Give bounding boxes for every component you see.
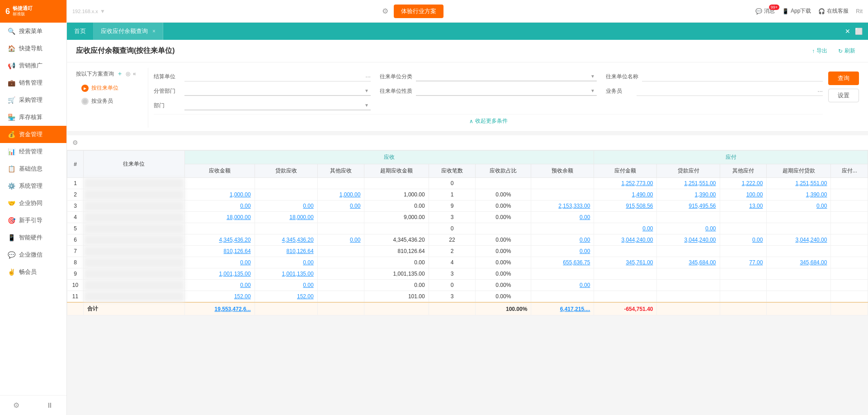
table-cell[interactable]: 152.00 (255, 291, 317, 303)
table-cell[interactable]: 915,508.56 (594, 200, 657, 212)
export-button[interactable]: ↑ 导出 (808, 45, 831, 57)
table-cell[interactable]: 0.00 (255, 200, 317, 212)
notification-item[interactable]: 💬 消息 99+ (755, 7, 775, 15)
table-cell[interactable]: 1,001,135.00 (255, 268, 317, 280)
table-cell[interactable]: 18,000.00 (184, 212, 255, 223)
filter-by-salesman[interactable]: 按业务员 (76, 95, 142, 108)
filter-scheme-icon[interactable]: ◎ (126, 71, 130, 77)
department-select[interactable] (184, 100, 371, 110)
table-cell[interactable]: 1,001,135.00 (184, 268, 255, 280)
table-cell[interactable]: 345,684.00 (657, 257, 720, 268)
sidebar-item-operations[interactable]: 📊 经营管理 (0, 143, 66, 160)
sidebar-item-basic-info[interactable]: 📋 基础信息 (0, 160, 66, 177)
table-cell[interactable]: 0.00 (767, 200, 831, 212)
table-cell[interactable]: 0.00 (317, 200, 364, 212)
app-download-item[interactable]: 📱 App下载 (782, 7, 811, 15)
table-cell[interactable]: 1,390.00 (767, 189, 831, 200)
table-cell[interactable]: 4,345,436.20 (255, 234, 317, 246)
query-button[interactable]: 查询 (828, 72, 859, 85)
table-cell[interactable]: 0.00 (531, 246, 594, 257)
table-cell[interactable]: 0.00 (317, 234, 364, 246)
table-cell[interactable]: 0.00 (531, 234, 594, 246)
table-cell[interactable]: 1,251,551.00 (657, 178, 720, 189)
tab-ar-ap-query[interactable]: 应收应付余额查询 × (94, 23, 163, 40)
sidebar-item-system[interactable]: ⚙️ 系统管理 (0, 177, 66, 195)
table-cell[interactable]: 152.00 (184, 291, 255, 303)
table-cell[interactable]: 1,490.00 (594, 189, 657, 200)
table-cell[interactable]: 0.00 (184, 257, 255, 268)
table-cell[interactable]: 1,390.00 (657, 189, 720, 200)
sidebar-collapse-btn[interactable]: ⏸ (42, 400, 57, 411)
sidebar-item-finance[interactable]: 💰 资金管理 (0, 126, 66, 143)
sidebar-item-sales[interactable]: 💼 销售管理 (0, 74, 66, 91)
table-cell[interactable]: 810,126.64 (255, 246, 317, 257)
table-cell[interactable]: 1,251,551.00 (767, 178, 831, 189)
table-cell[interactable]: 1,252,773.00 (594, 178, 657, 189)
salesman-dots[interactable]: ··· (817, 87, 823, 95)
refresh-button[interactable]: ↻ 刷新 (835, 45, 859, 57)
table-cell[interactable]: 915,495.56 (657, 200, 720, 212)
footer-ar-prepay[interactable]: 6,417,215.... (531, 302, 594, 315)
settlement-unit-input[interactable] (184, 72, 365, 81)
sidebar-item-vip[interactable]: ✌️ 畅会员 (0, 263, 66, 281)
customer-category-select[interactable] (416, 72, 597, 81)
tab-close-icon[interactable]: × (152, 28, 156, 34)
sidebar-item-cooperation[interactable]: 🤝 企业协同 (0, 195, 66, 212)
table-cell[interactable]: 77.00 (720, 257, 767, 268)
table-cell[interactable]: 1,000.00 (317, 189, 364, 200)
footer-ar-amount[interactable]: 19,553,472,6... (184, 302, 255, 315)
sidebar-item-search[interactable]: 🔍 搜索菜单 (0, 23, 66, 40)
table-cell[interactable]: 3,044,240.00 (657, 234, 720, 246)
sidebar-item-smart-hw[interactable]: 📱 智能硬件 (0, 229, 66, 246)
table-cell[interactable]: 0.00 (531, 280, 594, 291)
promo-button[interactable]: 体验行业方案 (394, 5, 443, 18)
tab-close-window-icon[interactable]: ✕ (845, 28, 850, 35)
filter-by-customer[interactable]: ▶ 按往来单位 (76, 81, 142, 95)
table-cell[interactable]: 810,126.64 (184, 246, 255, 257)
table-cell[interactable]: 100.00 (720, 189, 767, 200)
header-gear-icon[interactable]: ⚙ (380, 5, 390, 17)
table-cell[interactable]: 18,000.00 (255, 212, 317, 223)
filter-add-button[interactable]: ＋ (117, 70, 123, 78)
salesman-input[interactable] (637, 86, 817, 95)
settlement-unit-label: 结算单位 (154, 73, 181, 81)
customer-name-input[interactable] (642, 72, 823, 81)
cooperation-icon: 🤝 (7, 200, 15, 207)
sidebar-item-inventory[interactable]: 🏪 库存核算 (0, 109, 66, 126)
table-cell[interactable]: 0.00 (184, 280, 255, 291)
table-cell[interactable]: 13.00 (720, 200, 767, 212)
table-cell[interactable]: 1,000.00 (184, 189, 255, 200)
online-service-item[interactable]: 🎧 在线客服 (818, 7, 849, 15)
sidebar-settings-btn[interactable]: ⚙ (9, 399, 23, 411)
sidebar-item-quick-nav[interactable]: 🏠 快捷导航 (0, 40, 66, 57)
table-cell[interactable]: 0.00 (255, 280, 317, 291)
table-cell[interactable]: 0.00 (657, 223, 720, 234)
table-cell[interactable]: 0.00 (531, 212, 594, 223)
table-cell[interactable]: 3,044,240.00 (594, 234, 657, 246)
table-cell[interactable]: 1,222.00 (720, 178, 767, 189)
settlement-unit-dots[interactable]: ··· (365, 73, 371, 80)
table-cell[interactable]: 3,044,240.00 (767, 234, 831, 246)
filter-collapse-icon[interactable]: « (133, 71, 136, 77)
table-cell[interactable]: 0.00 (184, 200, 255, 212)
table-cell[interactable]: 345,684.00 (767, 257, 831, 268)
header-user[interactable]: Rit (856, 8, 863, 14)
table-cell[interactable]: 0.00 (255, 257, 317, 268)
table-cell[interactable]: 4,345,436.20 (184, 234, 255, 246)
table-cell[interactable]: 345,761.00 (594, 257, 657, 268)
tab-home[interactable]: 首页 (67, 23, 94, 40)
table-cell[interactable]: 2,153,333.00 (531, 200, 594, 212)
table-cell[interactable]: 0.00 (594, 223, 657, 234)
sidebar-item-purchase[interactable]: 🛒 采购管理 (0, 91, 66, 109)
table-cell[interactable]: 655,636.75 (531, 257, 594, 268)
sidebar-item-beginner[interactable]: 🎯 新手引导 (0, 212, 66, 229)
collapse-more-conditions[interactable]: ∧ 收起更多条件 (154, 114, 823, 128)
dept-manager-select[interactable] (184, 86, 371, 95)
tab-expand-icon[interactable]: ⬜ (855, 28, 863, 35)
customer-nature-select[interactable] (416, 86, 597, 95)
table-cell[interactable]: 0.00 (720, 234, 767, 246)
settings-button[interactable]: 设置 (828, 89, 859, 102)
table-settings-icon[interactable]: ⚙ (72, 139, 78, 146)
sidebar-item-corp-wechat[interactable]: 💬 企业微信 (0, 246, 66, 263)
sidebar-item-marketing[interactable]: 📢 营销推广 (0, 57, 66, 74)
